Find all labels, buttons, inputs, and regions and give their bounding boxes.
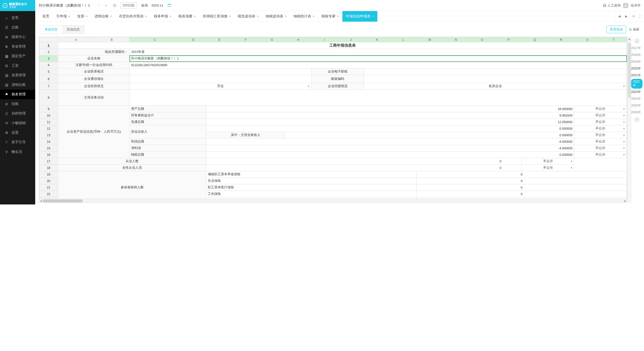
- avatar[interactable]: [623, 3, 628, 8]
- cell-value[interactable]: 0: [417, 178, 627, 184]
- sidebar-item[interactable]: ⌸归档管理: [0, 109, 35, 118]
- cell-select[interactable]: 不公示: [522, 158, 574, 165]
- row-header[interactable]: 13: [39, 132, 58, 138]
- column-header[interactable]: F: [232, 37, 259, 42]
- year-item[interactable]: 2026年: [631, 109, 642, 116]
- old-version-button[interactable]: 切到旧版: [120, 2, 137, 9]
- username[interactable]: 徐泽华: [631, 3, 640, 8]
- column-header[interactable]: T: [600, 37, 627, 42]
- subtab-basic[interactable]: 基础信息: [40, 25, 62, 33]
- cell-value[interactable]: [364, 75, 627, 83]
- row-header[interactable]: 8: [39, 90, 58, 106]
- cell-value[interactable]: -4.000000: [206, 138, 574, 145]
- cell-value[interactable]: 0: [417, 171, 627, 178]
- column-header[interactable]: C: [130, 37, 180, 42]
- sidebar-item[interactable]: ▦固定资产: [0, 51, 35, 61]
- sidebar-item[interactable]: ⊘结账: [0, 99, 35, 109]
- tab[interactable]: 税务申报×: [150, 11, 175, 22]
- row-header[interactable]: 9: [39, 106, 58, 112]
- tab-close-icon[interactable]: ×: [337, 15, 339, 18]
- sidebar-item[interactable]: ⊟工资: [0, 61, 35, 71]
- tab-close-icon[interactable]: ×: [86, 15, 88, 18]
- tab[interactable]: 纳税波动表×: [262, 11, 290, 22]
- vertical-scrollbar[interactable]: ◀: [627, 37, 631, 203]
- row-header[interactable]: 21: [39, 184, 58, 191]
- row-header[interactable]: 12: [39, 125, 58, 132]
- row-header[interactable]: 2: [39, 49, 58, 55]
- tab-close-icon[interactable]: ×: [313, 15, 314, 18]
- cell-select[interactable]: 私营企业: [364, 83, 627, 90]
- cell-value[interactable]: 9.992000: [206, 112, 574, 119]
- column-header[interactable]: N: [443, 37, 469, 42]
- cell-select[interactable]: 不公示: [574, 112, 627, 119]
- row-header[interactable]: 3: [39, 55, 58, 62]
- cell-value[interactable]: 0: [206, 165, 522, 171]
- tab[interactable]: 存货别名对照表×: [115, 11, 150, 22]
- cell-select[interactable]: 不公示: [574, 132, 627, 138]
- column-header[interactable]: K: [364, 37, 390, 42]
- cell-select[interactable]: 不公示: [574, 152, 627, 158]
- row-header[interactable]: 15: [39, 145, 58, 152]
- tab[interactable]: 税表清册×: [175, 11, 199, 22]
- column-header[interactable]: D: [180, 37, 206, 42]
- tab-next-button[interactable]: ▶: [623, 11, 630, 22]
- cell-value[interactable]: 0.000000: [285, 132, 574, 138]
- column-header[interactable]: B: [94, 37, 130, 42]
- tab-close-icon[interactable]: ×: [285, 15, 287, 18]
- column-header[interactable]: O: [469, 37, 495, 42]
- cell-value[interactable]: [130, 75, 311, 83]
- spreadsheet[interactable]: ABCDEFGHIJKLMNOPQRST 1工商年报信息表 2 税款所属期间： …: [39, 37, 627, 203]
- row-header[interactable]: 6: [39, 75, 58, 83]
- cell-value[interactable]: 0: [206, 158, 522, 165]
- tab[interactable]: 纳税统计表×: [290, 11, 318, 22]
- sidebar-item[interactable]: V畅会员: [0, 147, 35, 157]
- sidebar-item[interactable]: ⚐新手引导: [0, 137, 35, 147]
- cell-select[interactable]: 不公示: [574, 145, 627, 152]
- sidebar-item[interactable]: ⟲小畅报销: [0, 118, 35, 128]
- cell-value[interactable]: [130, 68, 311, 75]
- tab-close-icon[interactable]: ×: [372, 15, 374, 18]
- year-item[interactable]: 2021年: [631, 72, 642, 79]
- row-header[interactable]: 10: [39, 112, 58, 119]
- sidebar-item[interactable]: ▤发票管理: [0, 71, 35, 80]
- year-item[interactable]: 2025年: [631, 102, 642, 109]
- cell-select[interactable]: 不公示: [574, 119, 627, 125]
- year-item[interactable]: 2019年: [631, 58, 642, 65]
- cell-select[interactable]: 开业: [130, 83, 311, 90]
- account-select[interactable]: 刘小艳演示账套（勿删勿动！）1: [39, 3, 90, 8]
- column-header[interactable]: G: [259, 37, 285, 42]
- cell-value[interactable]: [364, 68, 627, 75]
- tab[interactable]: 发票×: [74, 11, 91, 22]
- settings-icon[interactable]: [112, 3, 118, 9]
- cell-value[interactable]: -4.000000: [206, 145, 574, 152]
- year-item[interactable]: 2020年: [631, 65, 642, 72]
- cell-select[interactable]: 不公示: [574, 138, 627, 145]
- sidebar-item[interactable]: ▥进销台账: [0, 80, 35, 90]
- tab-close-icon[interactable]: ×: [110, 15, 112, 18]
- row-header[interactable]: 1: [39, 42, 58, 49]
- year-item[interactable]: 2023年: [631, 89, 642, 95]
- row-header[interactable]: 17: [39, 158, 58, 165]
- tab[interactable]: 税检专家×: [318, 11, 342, 22]
- cell-value[interactable]: 0.000000: [206, 125, 574, 132]
- tab[interactable]: 进销台账×: [91, 11, 115, 22]
- row-header[interactable]: 4: [39, 62, 58, 68]
- cell-select[interactable]: 不公示: [522, 165, 574, 171]
- cell-select[interactable]: 不公示: [574, 125, 627, 132]
- fullscreen-button[interactable]: ⛶: [637, 11, 644, 22]
- year-item[interactable]: 2017年: [631, 45, 642, 52]
- row-header[interactable]: 14: [39, 138, 58, 145]
- column-header[interactable]: I: [311, 37, 338, 42]
- tab-close-icon[interactable]: ×: [194, 15, 196, 18]
- collapse-icon[interactable]: ◀: [628, 38, 630, 41]
- consult-button[interactable]: 人工咨询: [603, 3, 621, 8]
- year-item[interactable]: 2024年: [631, 95, 642, 102]
- year-down-button[interactable]: ﹀: [634, 117, 640, 122]
- chevron-down-icon[interactable]: ﹀: [98, 3, 101, 8]
- cell-value[interactable]: 2022年度: [130, 49, 627, 55]
- cell-select[interactable]: 不公示: [574, 106, 627, 112]
- period-value[interactable]: 2023-11: [151, 4, 164, 7]
- tab-close-icon[interactable]: ×: [170, 15, 171, 18]
- subtab-other[interactable]: 其他信息: [62, 25, 84, 33]
- tab-close-icon[interactable]: ×: [229, 15, 231, 18]
